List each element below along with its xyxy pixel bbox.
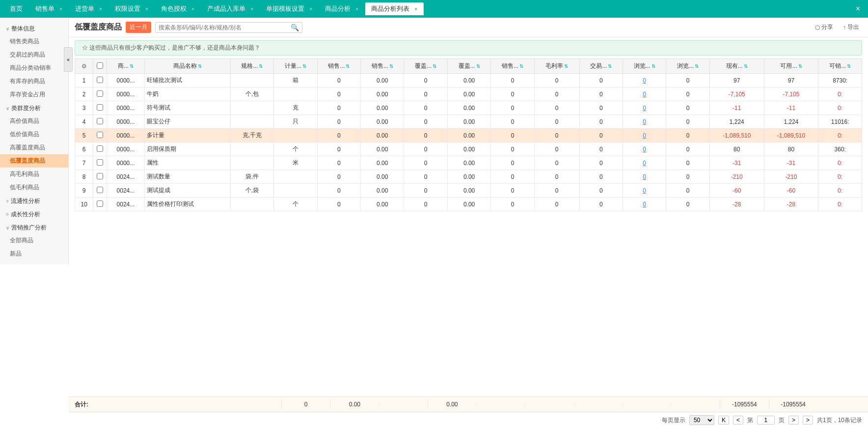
col-gross[interactable]: 毛利率⇅ <box>534 59 579 74</box>
col-browse2[interactable]: 浏览...⇅ <box>666 59 709 74</box>
per-page-select[interactable]: 50 100 200 <box>689 415 714 425</box>
next-page-button[interactable]: > <box>788 416 799 425</box>
search-icon[interactable]: 🔍 <box>291 24 299 31</box>
table-row[interactable]: 3 0000... 符号测试 克 0 0.00 0 0.00 0 0 0 0 0… <box>75 101 862 115</box>
col-spec[interactable]: 规格...⇅ <box>230 59 273 74</box>
select-all-checkbox[interactable] <box>97 62 103 69</box>
row-browse1[interactable]: 0 <box>623 143 666 156</box>
table-row[interactable]: 5 0000... 多计量 克,千克 0 0.00 0 0.00 0 0 0 0… <box>75 129 862 143</box>
sidebar-item-stock-capital[interactable]: 库存资金占用 <box>0 88 68 101</box>
export-button[interactable]: ↑ 导出 <box>840 22 862 33</box>
row-checkbox[interactable] <box>97 118 103 124</box>
row-checkbox-cell[interactable] <box>93 129 107 143</box>
sidebar-item-all-products[interactable]: 全部商品 <box>0 234 68 247</box>
col-sales2[interactable]: 销售...⇅ <box>361 59 404 74</box>
sidebar-item-traded-products[interactable]: 交易过的商品 <box>0 48 68 61</box>
sidebar-item-sales-products[interactable]: 销售类商品 <box>0 35 68 48</box>
row-checkbox[interactable] <box>97 173 103 179</box>
row-checkbox-cell[interactable] <box>93 74 107 87</box>
col-code[interactable]: 商...⇅ <box>107 59 144 74</box>
row-checkbox-cell[interactable] <box>93 170 107 184</box>
row-browse1[interactable]: 0 <box>623 129 666 143</box>
row-browse1[interactable]: 0 <box>623 101 666 115</box>
sidebar-item-stock-products[interactable]: 有库存的商品 <box>0 75 68 88</box>
col-trade[interactable]: 交易...⇅ <box>579 59 623 74</box>
sidebar-section-liquidity[interactable]: > 流通性分析 <box>0 194 68 207</box>
row-browse1[interactable]: 0 <box>623 198 666 211</box>
browse1-link[interactable]: 0 <box>643 91 646 98</box>
browse1-link[interactable]: 0 <box>643 118 646 125</box>
first-page-button[interactable]: K <box>718 416 729 425</box>
date-filter-button[interactable]: 近一月 <box>126 22 151 33</box>
table-wrapper[interactable]: ⚙ 商...⇅ 商品名称⇅ 规格...⇅ 计量...⇅ 销售...⇅ 销售...… <box>69 58 868 397</box>
row-checkbox[interactable] <box>97 104 103 111</box>
window-close-button[interactable]: × <box>852 2 864 15</box>
search-input[interactable] <box>159 24 291 31</box>
col-cover1[interactable]: 覆盖...⇅ <box>404 59 447 74</box>
table-row[interactable]: 6 0000... 启用保质期 个 0 0.00 0 0.00 0 0 0 0 … <box>75 143 862 156</box>
row-checkbox-cell[interactable] <box>93 87 107 101</box>
col-cover2[interactable]: 覆盖...⇅ <box>447 59 490 74</box>
sidebar-section-overview[interactable]: ∨ 整体信息 <box>0 22 68 35</box>
col-current[interactable]: 现有...⇅ <box>709 59 764 74</box>
sidebar-item-low-value[interactable]: 低价值商品 <box>0 128 68 141</box>
browse1-link[interactable]: 0 <box>643 132 646 139</box>
col-sales1[interactable]: 销售...⇅ <box>317 59 360 74</box>
table-row[interactable]: 2 0000... 牛奶 个,包 0 0.00 0 0.00 0 0 0 0 0… <box>75 87 862 101</box>
sidebar-item-new-products[interactable]: 新品 <box>0 247 68 260</box>
sidebar-section-marketing[interactable]: ∨ 营销推广分析 <box>0 221 68 234</box>
col-browse1[interactable]: 浏览...⇅ <box>623 59 666 74</box>
nav-template[interactable]: 单据模板设置 × <box>260 2 318 15</box>
row-browse1[interactable]: 0 <box>623 156 666 170</box>
sidebar-collapse-button[interactable]: « <box>64 47 73 72</box>
col-avail[interactable]: 可用...⇅ <box>764 59 818 74</box>
sidebar-item-high-value[interactable]: 高价值商品 <box>0 114 68 128</box>
row-checkbox-cell[interactable] <box>93 156 107 170</box>
row-browse1[interactable]: 0 <box>623 115 666 129</box>
row-browse1[interactable]: 0 <box>623 87 666 101</box>
col-name[interactable]: 商品名称⇅ <box>144 59 230 74</box>
col-sales3[interactable]: 销售...⇅ <box>491 59 534 74</box>
sidebar-item-category-turnover[interactable]: 商品分类动销率 <box>0 61 68 75</box>
row-browse1[interactable]: 0 <box>623 170 666 184</box>
row-checkbox-cell[interactable] <box>93 143 107 156</box>
table-row[interactable]: 4 0000... 眼宝公仔 只 0 0.00 0 0.00 0 0 0 0 0… <box>75 115 862 129</box>
row-checkbox[interactable] <box>97 159 103 166</box>
row-checkbox-cell[interactable] <box>93 184 107 198</box>
col-unit[interactable]: 计量...⇅ <box>274 59 317 74</box>
row-checkbox[interactable] <box>97 200 103 207</box>
browse1-link[interactable]: 0 <box>643 105 646 112</box>
nav-inbound[interactable]: 产成品入库单 × <box>201 2 259 15</box>
browse1-link[interactable]: 0 <box>643 187 646 194</box>
nav-role[interactable]: 角色授权 × <box>155 2 200 15</box>
col-settings[interactable]: ⚙ <box>75 59 93 74</box>
table-row[interactable]: 8 0024... 测试数量 袋,件 0 0.00 0 0.00 0 0 0 0… <box>75 170 862 184</box>
row-checkbox-cell[interactable] <box>93 198 107 211</box>
nav-close-sales[interactable]: × <box>59 6 62 12</box>
browse1-link[interactable]: 0 <box>643 201 646 208</box>
sidebar-item-high-profit[interactable]: 高毛利商品 <box>0 168 68 181</box>
row-checkbox[interactable] <box>97 187 103 193</box>
row-checkbox[interactable] <box>97 77 103 83</box>
nav-product-analysis-list[interactable]: 商品分析列表 × <box>365 2 423 15</box>
table-row[interactable]: 7 0000... 属性 米 0 0.00 0 0.00 0 0 0 0 0 -… <box>75 156 862 170</box>
row-browse1[interactable]: 0 <box>623 184 666 198</box>
sidebar-section-growth[interactable]: > 成长性分析 <box>0 207 68 221</box>
row-checkbox-cell[interactable] <box>93 115 107 129</box>
nav-purchase[interactable]: 进货单 × <box>69 2 108 15</box>
sidebar-item-low-profit[interactable]: 低毛利商品 <box>0 181 68 194</box>
last-page-button[interactable]: > <box>803 416 813 425</box>
row-browse1[interactable]: 0 <box>623 74 666 87</box>
table-row[interactable]: 1 0000... 旺辅批次测试 箱 0 0.00 0 0.00 0 0 0 0… <box>75 74 862 87</box>
browse1-link[interactable]: 0 <box>643 146 646 153</box>
browse1-link[interactable]: 0 <box>643 77 646 84</box>
sidebar-item-low-coverage[interactable]: 低覆盖度商品 <box>0 154 68 168</box>
nav-close-role[interactable]: × <box>191 6 194 12</box>
settings-icon[interactable]: ⚙ <box>81 63 87 70</box>
table-row[interactable]: 10 0024... 属性价格打印测试 个 0 0.00 0 0.00 0 0 … <box>75 198 862 211</box>
nav-home[interactable]: 首页 <box>4 2 28 15</box>
row-checkbox[interactable] <box>97 90 103 97</box>
nav-close-inbound[interactable]: × <box>250 6 253 12</box>
col-sellable[interactable]: 可销...⇅ <box>818 59 862 74</box>
row-checkbox[interactable] <box>97 132 103 138</box>
